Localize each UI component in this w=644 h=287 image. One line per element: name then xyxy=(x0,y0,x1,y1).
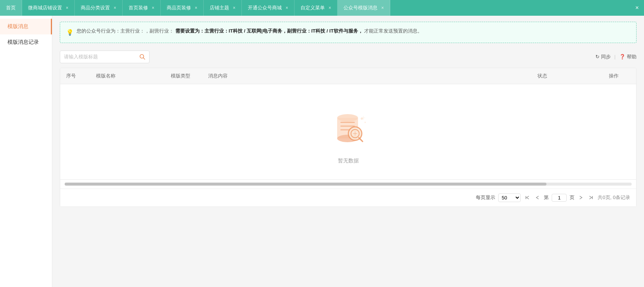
tab-home-decor-label: 首页装修 xyxy=(129,4,148,11)
tab-product-category[interactable]: 商品分类设置 × xyxy=(75,0,123,16)
last-page-icon xyxy=(589,195,593,200)
page-label-pre: 第 xyxy=(544,194,549,201)
tab-template-msg-close[interactable]: × xyxy=(381,5,384,10)
tab-product-page-close[interactable]: × xyxy=(195,5,197,10)
th-name: 模版名称 xyxy=(90,68,165,84)
tab-store-theme[interactable]: 店铺主题 × xyxy=(204,0,242,16)
svg-line-1 xyxy=(144,58,145,59)
tab-bar: 首页 微商城店铺设置 × 商品分类设置 × 首页装修 × 商品页装修 × 店铺主… xyxy=(0,0,644,16)
help-label: 帮助 xyxy=(627,54,637,60)
th-content: 消息内容 xyxy=(202,68,531,84)
sidebar-item-template-msg-label: 模版消息 xyxy=(7,23,28,29)
prev-page-icon xyxy=(536,195,539,200)
sync-icon: ↻ xyxy=(595,54,600,59)
main-layout: 模版消息 模版消息记录 💡 您的公众号行业为：主营行业：，副营行业： 需要设置为… xyxy=(0,16,644,287)
tab-product-category-close[interactable]: × xyxy=(114,5,116,10)
global-close-button[interactable]: × xyxy=(630,0,644,16)
scrollbar-row[interactable] xyxy=(60,179,636,189)
prev-page-button[interactable] xyxy=(534,195,541,201)
tab-wsc-store[interactable]: 微商城店铺设置 × xyxy=(22,0,75,16)
page-label-post: 页 xyxy=(570,194,574,201)
tab-home-decor[interactable]: 首页装修 × xyxy=(123,0,161,16)
total-info: 共0页, 0条记录 xyxy=(598,194,630,201)
search-button[interactable] xyxy=(139,54,145,60)
notice-box: 💡 您的公众号行业为：主营行业：，副营行业： 需要设置为：主营行业：IT科技 /… xyxy=(60,22,637,43)
sync-label: 同步 xyxy=(601,54,611,60)
search-input-wrap xyxy=(60,51,150,63)
tab-store-theme-label: 店铺主题 xyxy=(210,4,229,11)
scrollbar-thumb[interactable] xyxy=(65,183,546,186)
notice-highlight: 需要设置为：主营行业：IT科技 / 互联网|电子商务，副营行业：IT科技 / I… xyxy=(175,28,363,34)
first-page-icon xyxy=(525,195,530,200)
sidebar: 模版消息 模版消息记录 xyxy=(0,16,52,287)
sidebar-item-template-record[interactable]: 模版消息记录 xyxy=(0,34,52,50)
next-page-icon xyxy=(579,195,583,200)
th-action: 操作 xyxy=(591,68,636,84)
notice-prefix: 您的公众号行业为：主营行业：，副营行业： xyxy=(77,28,174,34)
last-page-button[interactable] xyxy=(587,195,595,201)
tab-custom-menu-label: 自定义菜单 xyxy=(301,4,325,11)
empty-text: 暂无数据 xyxy=(338,158,359,164)
tab-product-page[interactable]: 商品页装修 × xyxy=(161,0,204,16)
tab-open-wechat-close[interactable]: × xyxy=(286,5,288,10)
search-icon xyxy=(139,54,145,60)
tab-product-category-label: 商品分类设置 xyxy=(81,4,110,11)
th-status: 状态 xyxy=(531,68,591,84)
page-size-select[interactable]: 10 20 50 100 xyxy=(498,193,521,202)
tab-wsc-store-label: 微商城店铺设置 xyxy=(28,4,62,11)
pagination-row: 每页显示 10 20 50 100 第 页 xyxy=(60,189,636,207)
empty-icon xyxy=(326,107,371,152)
sidebar-item-template-record-label: 模版消息记录 xyxy=(7,39,39,45)
sidebar-item-template-msg[interactable]: 模版消息 xyxy=(0,19,52,34)
tab-template-msg-label: 公众号模版消息 xyxy=(343,4,378,11)
page-number-input[interactable] xyxy=(552,194,567,202)
search-input[interactable] xyxy=(64,54,139,59)
th-type: 模版类型 xyxy=(165,68,202,84)
search-row: ↻ 同步 | ❓ 帮助 xyxy=(60,51,637,63)
content-area: 💡 您的公众号行业为：主营行业：，副营行业： 需要设置为：主营行业：IT科技 /… xyxy=(52,16,644,287)
next-page-button[interactable] xyxy=(577,195,584,201)
notice-suffix: 才能正常发送预置的消息。 xyxy=(364,28,422,34)
toolbar-divider: | xyxy=(614,54,616,59)
tab-home[interactable]: 首页 xyxy=(0,0,22,16)
tab-custom-menu[interactable]: 自定义菜单 × xyxy=(295,0,338,16)
toolbar-right: ↻ 同步 | ❓ 帮助 xyxy=(595,54,637,60)
tab-wsc-store-close[interactable]: × xyxy=(66,5,68,10)
tab-home-decor-close[interactable]: × xyxy=(152,5,154,10)
help-icon: ❓ xyxy=(619,54,625,59)
svg-point-14 xyxy=(364,122,366,123)
tab-template-msg[interactable]: 公众号模版消息 × xyxy=(338,0,390,16)
tab-product-page-label: 商品页装修 xyxy=(167,4,191,11)
sync-button[interactable]: ↻ 同步 xyxy=(595,54,611,60)
tab-open-wechat[interactable]: 开通公众号商城 × xyxy=(242,0,295,16)
first-page-button[interactable] xyxy=(524,195,531,201)
scrollbar-track[interactable] xyxy=(65,183,632,186)
empty-illustration xyxy=(326,107,371,152)
tab-open-wechat-label: 开通公众号商城 xyxy=(248,4,282,11)
empty-state: 暂无数据 xyxy=(60,84,636,179)
help-button[interactable]: ❓ 帮助 xyxy=(619,54,637,60)
data-table: 序号 模版名称 模版类型 消息内容 状态 操作 xyxy=(60,68,637,207)
tab-store-theme-close[interactable]: × xyxy=(233,5,235,10)
notice-text: 您的公众号行业为：主营行业：，副营行业： 需要设置为：主营行业：IT科技 / 互… xyxy=(77,27,422,35)
tab-home-label: 首页 xyxy=(6,4,16,11)
tab-custom-menu-close[interactable]: × xyxy=(329,5,331,10)
svg-line-10 xyxy=(359,138,363,141)
notice-icon: 💡 xyxy=(66,28,74,37)
page-size-label: 每页显示 xyxy=(476,194,495,201)
th-seq: 序号 xyxy=(60,68,90,84)
table-header: 序号 模版名称 模版类型 消息内容 状态 操作 xyxy=(60,68,636,84)
